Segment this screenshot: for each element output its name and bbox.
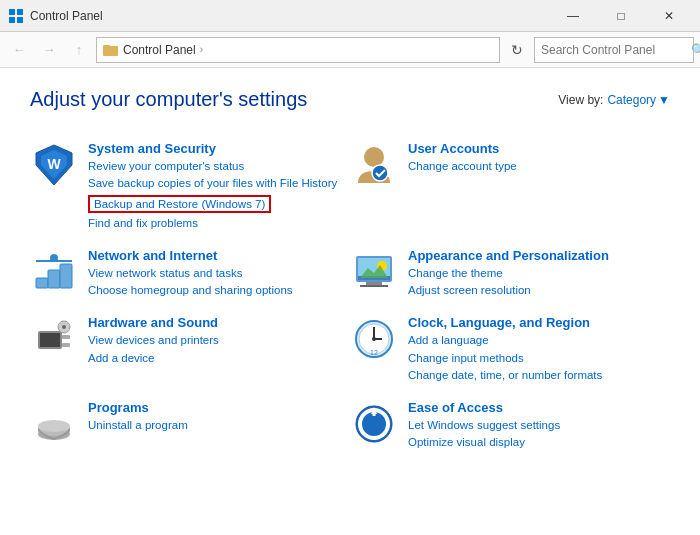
visual-display-link[interactable]: Optimize visual display xyxy=(408,434,670,451)
category-clock: 12 Clock, Language, and Region Add a lan… xyxy=(350,309,670,394)
svg-point-36 xyxy=(38,420,70,432)
svg-rect-25 xyxy=(62,343,70,347)
svg-point-27 xyxy=(62,325,66,329)
page-header: Adjust your computer's settings View by:… xyxy=(30,88,670,111)
search-input[interactable] xyxy=(541,43,691,57)
svg-rect-0 xyxy=(9,9,15,15)
svg-rect-3 xyxy=(17,17,23,23)
user-accounts-title[interactable]: User Accounts xyxy=(408,141,670,156)
svg-rect-19 xyxy=(366,282,382,285)
viewby-value: Category xyxy=(607,93,656,107)
categories-grid: W System and Security Review your comput… xyxy=(30,135,670,462)
category-network: Network and Internet View network status… xyxy=(30,242,350,310)
svg-rect-12 xyxy=(48,270,60,288)
ease-access-icon xyxy=(350,400,398,448)
chevron-down-icon: ▼ xyxy=(658,93,670,107)
user-accounts-content: User Accounts Change account type xyxy=(408,141,670,175)
system-security-content: System and Security Review your computer… xyxy=(88,141,350,232)
user-accounts-icon xyxy=(350,141,398,189)
minimize-button[interactable]: — xyxy=(550,0,596,32)
input-methods-link[interactable]: Change input methods xyxy=(408,350,670,367)
clock-icon: 12 xyxy=(350,315,398,363)
svg-rect-23 xyxy=(40,333,60,347)
path-chevron: › xyxy=(200,44,203,55)
add-device-link[interactable]: Add a device xyxy=(88,350,350,367)
appearance-icon xyxy=(350,248,398,296)
change-theme-link[interactable]: Change the theme xyxy=(408,265,670,282)
appearance-title[interactable]: Appearance and Personalization xyxy=(408,248,670,263)
category-hardware: Hardware and Sound View devices and prin… xyxy=(30,309,350,394)
svg-rect-2 xyxy=(9,17,15,23)
app-icon xyxy=(8,8,24,24)
svg-point-9 xyxy=(364,147,384,167)
hardware-icon xyxy=(30,315,78,363)
page-title: Adjust your computer's settings xyxy=(30,88,307,111)
search-box[interactable]: 🔍 xyxy=(534,37,694,63)
network-content: Network and Internet View network status… xyxy=(88,248,350,300)
window-controls: — □ ✕ xyxy=(550,0,692,32)
network-status-link[interactable]: View network status and tasks xyxy=(88,265,350,282)
programs-content: Programs Uninstall a program xyxy=(88,400,350,434)
forward-button[interactable]: → xyxy=(36,37,62,63)
network-title[interactable]: Network and Internet xyxy=(88,248,350,263)
system-security-icon: W xyxy=(30,141,78,189)
svg-rect-11 xyxy=(36,278,48,288)
viewby-dropdown[interactable]: Category ▼ xyxy=(607,93,670,107)
svg-rect-20 xyxy=(360,285,388,287)
category-appearance: Appearance and Personalization Change th… xyxy=(350,242,670,310)
add-language-link[interactable]: Add a language xyxy=(408,332,670,349)
uninstall-link[interactable]: Uninstall a program xyxy=(88,417,350,434)
appearance-content: Appearance and Personalization Change th… xyxy=(408,248,670,300)
hardware-content: Hardware and Sound View devices and prin… xyxy=(88,315,350,367)
view-by: View by: Category ▼ xyxy=(558,93,670,107)
path-segment: Control Panel xyxy=(123,43,196,57)
category-ease-access: Ease of Access Let Windows suggest setti… xyxy=(350,394,670,462)
address-bar: ← → ↑ Control Panel › ↻ 🔍 xyxy=(0,32,700,68)
svg-rect-13 xyxy=(60,264,72,288)
svg-rect-24 xyxy=(62,335,70,339)
svg-point-15 xyxy=(50,254,58,262)
svg-text:12: 12 xyxy=(370,349,378,356)
ease-access-title[interactable]: Ease of Access xyxy=(408,400,670,415)
clock-title[interactable]: Clock, Language, and Region xyxy=(408,315,670,330)
backup-restore-link[interactable]: Backup and Restore (Windows 7) xyxy=(88,195,271,213)
hardware-title[interactable]: Hardware and Sound xyxy=(88,315,350,330)
viewby-label: View by: xyxy=(558,93,603,107)
windows-suggest-link[interactable]: Let Windows suggest settings xyxy=(408,417,670,434)
file-history-link[interactable]: Save backup copies of your files with Fi… xyxy=(88,175,350,192)
svg-point-10 xyxy=(372,165,388,181)
address-path[interactable]: Control Panel › xyxy=(96,37,500,63)
svg-point-32 xyxy=(372,337,376,341)
content-area: Adjust your computer's settings View by:… xyxy=(0,68,700,535)
up-button[interactable]: ↑ xyxy=(66,37,92,63)
network-icon xyxy=(30,248,78,296)
refresh-button[interactable]: ↻ xyxy=(504,37,530,63)
fix-problems-link[interactable]: Find and fix problems xyxy=(88,215,350,232)
programs-title[interactable]: Programs xyxy=(88,400,350,415)
devices-printers-link[interactable]: View devices and printers xyxy=(88,332,350,349)
window-title: Control Panel xyxy=(30,9,550,23)
clock-content: Clock, Language, and Region Add a langua… xyxy=(408,315,670,384)
review-status-link[interactable]: Review your computer's status xyxy=(88,158,350,175)
category-programs: Programs Uninstall a program xyxy=(30,394,350,462)
svg-rect-5 xyxy=(103,45,110,48)
maximize-button[interactable]: □ xyxy=(598,0,644,32)
ease-access-content: Ease of Access Let Windows suggest setti… xyxy=(408,400,670,452)
search-icon: 🔍 xyxy=(691,43,700,57)
svg-rect-1 xyxy=(17,9,23,15)
back-button[interactable]: ← xyxy=(6,37,32,63)
change-account-link[interactable]: Change account type xyxy=(408,158,670,175)
homegroup-link[interactable]: Choose homegroup and sharing options xyxy=(88,282,350,299)
date-time-link[interactable]: Change date, time, or number formats xyxy=(408,367,670,384)
screen-resolution-link[interactable]: Adjust screen resolution xyxy=(408,282,670,299)
category-system-security: W System and Security Review your comput… xyxy=(30,135,350,242)
title-bar: Control Panel — □ ✕ xyxy=(0,0,700,32)
category-user-accounts: User Accounts Change account type xyxy=(350,135,670,242)
close-button[interactable]: ✕ xyxy=(646,0,692,32)
programs-icon xyxy=(30,400,78,448)
svg-text:W: W xyxy=(47,156,61,172)
folder-icon xyxy=(103,42,119,58)
system-security-title[interactable]: System and Security xyxy=(88,141,350,156)
